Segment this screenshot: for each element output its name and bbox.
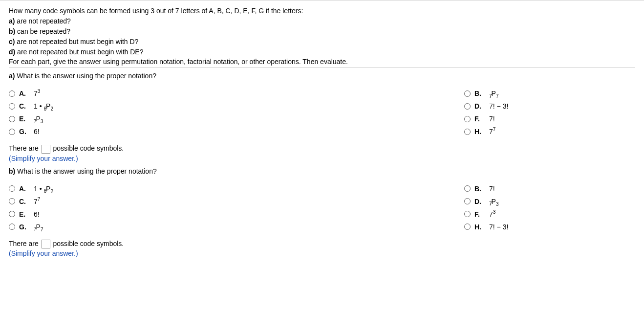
option-expression: 1 • 6P2 <box>34 102 53 110</box>
radio-icon[interactable] <box>464 116 471 122</box>
answer-input-a[interactable] <box>42 145 50 154</box>
option-letter: A. <box>19 185 30 193</box>
part-b-options: A.1 • 6P2B.7!C.77D.7P3E.6!F.73G.7P7H.7! … <box>9 178 635 237</box>
question-stem: How many code symbols can be formed usin… <box>9 6 635 67</box>
part-b-label: b) What is the answer using the proper n… <box>9 167 635 175</box>
part-a-options: A.73B.7P7C.1 • 6P2D.7! − 3!E.7P3F.7!G.6!… <box>9 83 635 141</box>
option-letter: H. <box>474 128 485 135</box>
option-a[interactable]: A.73 <box>9 90 464 97</box>
option-c[interactable]: C.1 • 6P2 <box>9 102 464 110</box>
radio-icon[interactable] <box>9 198 15 204</box>
radio-icon[interactable] <box>464 103 471 110</box>
option-expression: 7P7 <box>34 223 43 231</box>
option-expression: 77 <box>489 128 495 135</box>
radio-icon[interactable] <box>464 185 471 192</box>
option-expression: 6! <box>34 210 40 218</box>
radio-icon[interactable] <box>464 198 471 204</box>
option-expression: 7! − 3! <box>489 102 508 110</box>
part-a-fill: There are possible code symbols. <box>9 144 635 153</box>
option-b[interactable]: B.7! <box>464 185 635 193</box>
radio-icon[interactable] <box>464 129 471 135</box>
option-letter: H. <box>474 223 485 231</box>
option-a[interactable]: A.1 • 6P2 <box>9 185 464 193</box>
option-c[interactable]: C.77 <box>9 198 464 205</box>
option-expression: 7P3 <box>34 115 43 123</box>
option-expression: 73 <box>489 210 495 218</box>
stem-instruction: For each part, give the answer using per… <box>9 57 635 67</box>
option-b[interactable]: B.7P7 <box>464 90 635 97</box>
option-d[interactable]: D.7! − 3! <box>464 102 635 110</box>
stem-intro: How many code symbols can be formed usin… <box>9 6 635 16</box>
radio-icon[interactable] <box>9 224 15 230</box>
part-a-label: a) What is the answer using the proper n… <box>9 72 635 80</box>
option-h[interactable]: H.77 <box>464 128 635 135</box>
option-letter: G. <box>19 223 30 231</box>
stem-b: b) can be repeated? <box>9 27 635 36</box>
radio-icon[interactable] <box>464 224 471 230</box>
option-letter: G. <box>19 128 30 135</box>
option-letter: F. <box>474 115 485 123</box>
option-letter: F. <box>474 210 485 218</box>
radio-icon[interactable] <box>9 90 15 97</box>
part-b-hint: (Simplify your answer.) <box>9 249 635 257</box>
option-letter: B. <box>474 90 485 97</box>
radio-icon[interactable] <box>9 185 15 192</box>
option-expression: 7! − 3! <box>489 223 508 231</box>
answer-input-b[interactable] <box>42 240 50 248</box>
part-a-hint: (Simplify your answer.) <box>9 155 635 162</box>
option-f[interactable]: F.7! <box>464 115 635 123</box>
option-letter: D. <box>474 198 485 205</box>
option-letter: C. <box>19 198 30 205</box>
option-e[interactable]: E.6! <box>9 210 464 218</box>
option-expression: 1 • 6P2 <box>34 185 53 193</box>
option-f[interactable]: F.73 <box>464 210 635 218</box>
option-g[interactable]: G.7P7 <box>9 223 464 231</box>
radio-icon[interactable] <box>9 116 15 122</box>
option-h[interactable]: H.7! − 3! <box>464 223 635 231</box>
option-expression: 77 <box>34 198 40 205</box>
option-g[interactable]: G.6! <box>9 128 464 135</box>
option-letter: C. <box>19 102 30 110</box>
stem-a: a) are not repeated? <box>9 17 635 26</box>
stem-d: d) are not repeated but must begin with … <box>9 47 635 57</box>
option-letter: A. <box>19 90 30 97</box>
option-letter: B. <box>474 185 485 193</box>
option-letter: E. <box>19 115 30 123</box>
radio-icon[interactable] <box>464 211 471 217</box>
option-expression: 7! <box>489 185 495 193</box>
radio-icon[interactable] <box>9 211 15 217</box>
radio-icon[interactable] <box>9 103 15 110</box>
option-d[interactable]: D.7P3 <box>464 198 635 205</box>
radio-icon[interactable] <box>464 90 471 97</box>
option-letter: D. <box>474 102 485 110</box>
part-b-fill: There are possible code symbols. <box>9 240 635 248</box>
option-expression: 6! <box>34 128 40 135</box>
option-e[interactable]: E.7P3 <box>9 115 464 123</box>
radio-icon[interactable] <box>9 129 15 135</box>
option-expression: 73 <box>34 90 40 97</box>
option-expression: 7P7 <box>489 90 498 97</box>
option-expression: 7! <box>489 115 495 123</box>
stem-c: c) are not repeated but must begin with … <box>9 37 635 46</box>
option-letter: E. <box>19 210 30 218</box>
option-expression: 7P3 <box>489 198 498 205</box>
